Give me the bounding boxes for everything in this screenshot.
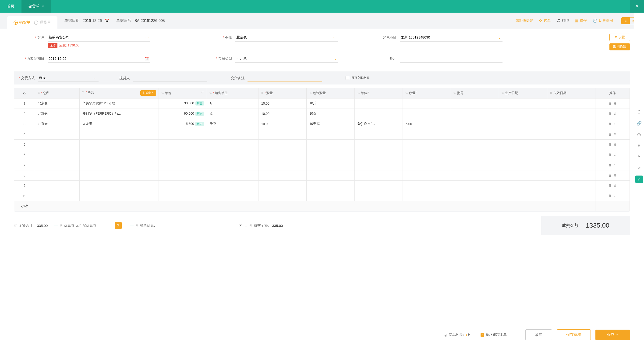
coupon-input[interactable]: [76, 222, 113, 229]
cell-price[interactable]: [158, 170, 207, 180]
header-unit2[interactable]: ⇅单位2: [355, 88, 403, 98]
add-row-icon[interactable]: ⊕: [614, 112, 617, 116]
cell-prod-date[interactable]: [499, 98, 547, 108]
cell-product[interactable]: [80, 180, 159, 191]
discard-button[interactable]: 放弃: [526, 329, 552, 340]
header-sales-unit[interactable]: ⇅*销售单位: [207, 88, 258, 98]
window-close-button[interactable]: ✕: [630, 0, 644, 12]
cell-product[interactable]: [80, 170, 159, 180]
settings-button[interactable]: ⚙ 设置: [610, 34, 630, 41]
header-package-qty[interactable]: ⇅包装数量: [306, 88, 354, 98]
chevron-down-icon[interactable]: ⌄: [498, 36, 501, 40]
cell-warehouse[interactable]: [35, 139, 80, 150]
cell-prod-date[interactable]: [499, 180, 547, 191]
cell-exp-date[interactable]: [547, 139, 595, 150]
table-row[interactable]: 2北京仓费列罗（FERRERO）巧...90.000历史盒10.0010盒🗑⊕: [14, 108, 630, 119]
calendar-icon[interactable]: 📅: [144, 56, 149, 61]
cell-exp-date[interactable]: [547, 191, 595, 201]
header-warehouse[interactable]: ⇅*仓库: [35, 88, 80, 98]
cell-exp-date[interactable]: [547, 170, 595, 180]
cell-unit2[interactable]: [355, 108, 403, 119]
remark-input[interactable]: [400, 54, 502, 62]
history-badge[interactable]: 历史: [196, 112, 204, 116]
cell-unit[interactable]: [207, 170, 258, 180]
user-icon[interactable]: ☺: [635, 142, 643, 150]
delete-icon[interactable]: 🗑: [608, 153, 612, 157]
cell-price[interactable]: [158, 139, 207, 150]
star-icon[interactable]: ☆: [635, 164, 643, 172]
cell-exp-date[interactable]: [547, 180, 595, 191]
warehouse-input[interactable]: [235, 34, 338, 42]
header-qty2[interactable]: ⇅数量2: [403, 88, 451, 98]
cell-product[interactable]: [80, 150, 159, 160]
cell-batch[interactable]: [451, 160, 499, 170]
cell-qty2[interactable]: [403, 180, 451, 191]
cell-qty2[interactable]: [403, 108, 451, 119]
cell-prod-date[interactable]: [499, 119, 547, 129]
cell-prod-date[interactable]: [499, 129, 547, 139]
immediate-out-checkbox[interactable]: 是否立即出库: [346, 76, 370, 80]
select-order-button[interactable]: ⟳选单: [539, 18, 550, 23]
header-price[interactable]: ⇅单价?⃝: [158, 88, 207, 98]
more-icon[interactable]: ⋯: [333, 36, 337, 40]
cell-exp-date[interactable]: [547, 129, 595, 139]
cell-qty[interactable]: [258, 129, 306, 139]
help-icon[interactable]: ?⃝: [239, 224, 242, 228]
cell-batch[interactable]: [451, 119, 499, 129]
cell-exp-date[interactable]: [547, 98, 595, 108]
operate-button[interactable]: ▦操作: [575, 18, 587, 23]
cell-qty2[interactable]: [403, 150, 451, 160]
customer-address-input[interactable]: [400, 34, 502, 42]
cell-pkg[interactable]: [306, 170, 354, 180]
cell-batch[interactable]: [451, 170, 499, 180]
note-icon[interactable]: 🗒: [635, 108, 643, 116]
cell-warehouse[interactable]: [35, 191, 80, 201]
cell-qty2[interactable]: 5.00: [403, 119, 451, 129]
cell-price[interactable]: [158, 129, 207, 139]
refresh-coupon-button[interactable]: ⟳: [115, 222, 122, 229]
expand-icon[interactable]: ⤢: [635, 176, 643, 183]
more-icon[interactable]: ⋯: [145, 36, 149, 40]
cell-unit[interactable]: [207, 139, 258, 150]
doc-date-value[interactable]: 2019-12-26: [83, 19, 102, 23]
close-icon[interactable]: ×: [42, 4, 44, 8]
cell-qty2[interactable]: [403, 170, 451, 180]
cell-unit2[interactable]: [355, 98, 403, 108]
table-row[interactable]: 5🗑⊕: [14, 139, 630, 150]
header-qty[interactable]: ⇅*数量: [258, 88, 306, 98]
cell-unit2[interactable]: [355, 160, 403, 170]
cancel-logistics-button[interactable]: 取消物流: [610, 44, 630, 50]
history-badge[interactable]: 历史: [196, 122, 204, 126]
currency-icon[interactable]: ￥: [635, 153, 643, 160]
cell-prod-date[interactable]: [499, 170, 547, 180]
cell-prod-date[interactable]: [499, 150, 547, 160]
calendar-icon[interactable]: 📅: [104, 18, 109, 23]
cell-qty[interactable]: 10.00: [258, 108, 306, 119]
header-production-date[interactable]: ⇅生产日期: [499, 88, 547, 98]
delete-icon[interactable]: 🗑: [608, 142, 612, 146]
scan-input-button[interactable]: 扫码录入: [140, 90, 156, 96]
delete-icon[interactable]: 🗑: [608, 112, 612, 116]
cell-unit[interactable]: 斤: [207, 98, 258, 108]
radio-sales-order[interactable]: 销货单: [14, 20, 30, 25]
header-settings[interactable]: ⚙: [14, 88, 35, 98]
cell-warehouse[interactable]: 北京仓: [35, 98, 80, 108]
cell-warehouse[interactable]: [35, 170, 80, 180]
cell-qty2[interactable]: [403, 139, 451, 150]
cell-price[interactable]: [158, 180, 207, 191]
table-row[interactable]: 8🗑⊕: [14, 170, 630, 180]
table-row[interactable]: 1北京仓华美华夫软饼1200g 糕...38.000历史斤10.0010斤🗑⊕: [14, 98, 630, 108]
cell-product[interactable]: [80, 139, 159, 150]
cell-pkg[interactable]: [306, 150, 354, 160]
radio-return-order[interactable]: 退货单: [34, 20, 51, 25]
cell-unit2[interactable]: 袋(1袋 ≈ 2...: [355, 119, 403, 129]
cell-unit2[interactable]: [355, 170, 403, 180]
cell-unit[interactable]: [207, 180, 258, 191]
cell-unit[interactable]: 盒: [207, 108, 258, 119]
delete-icon[interactable]: 🗑: [608, 163, 612, 167]
table-row[interactable]: 9🗑⊕: [14, 180, 630, 191]
cell-price[interactable]: 90.000历史: [158, 108, 207, 119]
cell-price[interactable]: [158, 191, 207, 201]
delete-icon[interactable]: 🗑: [608, 173, 612, 177]
add-row-icon[interactable]: ⊕: [614, 142, 617, 146]
